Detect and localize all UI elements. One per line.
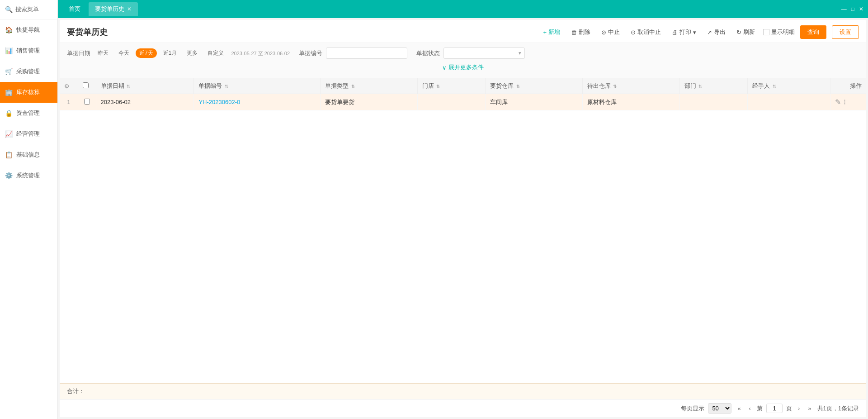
gear-icon: ⚙️ (5, 171, 13, 180)
sidebar: 🔍 搜索菜单 🏠 快捷导航 📊 销售管理 🛒 采购管理 🏢 库存核算 🔒 资金管… (0, 0, 58, 419)
table-row[interactable]: 1 2023-06-02 YH-20230602-0 要货单要货 车间库 原材料… (60, 94, 866, 110)
print-label: 打印 (679, 28, 691, 36)
per-page-label: 每页显示 (681, 405, 704, 413)
sidebar-item-basic-info[interactable]: 📋 基础信息 (0, 144, 57, 165)
warehouse-icon: 🏢 (5, 88, 13, 96)
sidebar-item-operations[interactable]: 📈 经营管理 (0, 124, 57, 144)
row-num: 1 (60, 94, 78, 110)
cell-store (417, 94, 485, 110)
sort-icon-store: ⇅ (436, 84, 440, 89)
doc-status-select[interactable] (443, 48, 525, 59)
display-detail-checkbox[interactable] (763, 29, 769, 35)
doc-status-filter-group: 单据状态 (416, 48, 525, 59)
sidebar-item-inventory[interactable]: 🏢 库存核算 (0, 82, 57, 103)
sidebar-item-quick-nav[interactable]: 🏠 快捷导航 (0, 19, 57, 40)
expand-label: 展开更多条件 (448, 63, 484, 71)
cell-action: ✎ ⁝ (830, 94, 866, 110)
row-checkbox-cell[interactable] (78, 94, 96, 110)
col-pending-warehouse[interactable]: 待出仓库 ⇅ (582, 78, 679, 94)
total-label: 合计： (67, 388, 85, 395)
col-department[interactable]: 部门 ⇅ (679, 78, 747, 94)
table-settings-icon[interactable]: ⚙ (64, 83, 70, 90)
col-doc-date[interactable]: 单据日期 ⇅ (96, 78, 194, 94)
col-settings[interactable]: ⚙ (60, 78, 78, 94)
col-doc-date-label: 单据日期 (101, 82, 124, 89)
expand-filter-button[interactable]: ∨ 展开更多条件 (439, 62, 487, 73)
expand-icon: ∨ (442, 64, 447, 71)
money-icon: 🔒 (5, 109, 13, 117)
row-edit-icon[interactable]: ✎ (835, 98, 841, 106)
row-checkbox[interactable] (84, 99, 90, 105)
date-filter-label: 单据日期 (67, 49, 90, 57)
page-suffix: 页 (786, 405, 792, 413)
date-btn-7days[interactable]: 近7天 (136, 48, 157, 58)
tab-close-icon[interactable]: ✕ (127, 6, 132, 12)
sidebar-item-finance[interactable]: 🔒 资金管理 (0, 103, 57, 124)
export-label: 导出 (714, 28, 726, 36)
sidebar-item-label: 经营管理 (16, 130, 40, 138)
prev-page-btn[interactable]: ‹ (747, 404, 753, 413)
query-button[interactable]: 查询 (800, 25, 826, 39)
cell-doc-number[interactable]: YH-20230602-0 (194, 94, 321, 110)
add-icon: + (543, 29, 547, 36)
page-number-input[interactable] (766, 404, 783, 413)
data-table: ⚙ 单据日期 ⇅ 单据编号 ⇅ (60, 78, 866, 110)
cancel-stop-button[interactable]: ⊙ 取消中止 (628, 26, 664, 38)
tab-home[interactable]: 首页 (62, 2, 87, 16)
total-info: 共1页，1条记录 (817, 405, 859, 413)
date-btn-more[interactable]: 更多 (183, 48, 201, 58)
col-doc-type[interactable]: 单据类型 ⇅ (321, 78, 418, 94)
per-page-select[interactable]: 50 10 20 100 (708, 403, 731, 414)
stop-button[interactable]: ⊘ 中止 (599, 26, 623, 38)
last-page-btn[interactable]: » (806, 404, 813, 413)
window-minimize-btn[interactable]: — (841, 6, 847, 12)
export-button[interactable]: ↗ 导出 (704, 26, 728, 38)
col-action: 操作 (830, 78, 866, 94)
content-area: 要货单历史 + 新增 🗑 删除 ⊘ 中止 ⊙ 取消中止 (60, 20, 866, 417)
sidebar-item-label: 快捷导航 (16, 26, 40, 34)
sidebar-item-label: 采购管理 (16, 67, 40, 76)
filter-row-1: 单据日期 昨天 今天 近7天 近1月 更多 自定义 2023-05-27 至 2… (67, 48, 859, 59)
cart-icon: 🛒 (5, 67, 13, 76)
add-label: 新增 (548, 28, 560, 36)
print-dropdown-icon: ▾ (693, 29, 696, 36)
print-icon: 🖨 (672, 29, 678, 36)
first-page-btn[interactable]: « (735, 404, 743, 413)
date-btn-custom[interactable]: 自定义 (204, 48, 227, 58)
sidebar-item-system[interactable]: ⚙️ 系统管理 (0, 165, 57, 186)
date-btn-today[interactable]: 今天 (115, 48, 133, 58)
window-close-btn[interactable]: ✕ (859, 6, 863, 12)
tab-requisition-history[interactable]: 要货单历史 ✕ (89, 2, 138, 16)
col-handler[interactable]: 经手人 ⇅ (747, 78, 830, 94)
table-body: 1 2023-06-02 YH-20230602-0 要货单要货 车间库 原材料… (60, 94, 866, 110)
window-maximize-btn[interactable]: □ (851, 6, 854, 12)
col-store-label: 门店 (422, 82, 434, 89)
table-area: ⚙ 单据日期 ⇅ 单据编号 ⇅ (60, 78, 866, 383)
col-store[interactable]: 门店 ⇅ (417, 78, 485, 94)
next-page-btn[interactable]: › (796, 404, 802, 413)
col-req-warehouse[interactable]: 要货仓库 ⇅ (486, 78, 583, 94)
display-detail-toggle[interactable]: 显示明细 (763, 28, 795, 36)
delete-button[interactable]: 🗑 删除 (568, 26, 593, 38)
date-btn-yesterday[interactable]: 昨天 (94, 48, 112, 58)
date-btn-1month[interactable]: 近1月 (160, 48, 181, 58)
add-button[interactable]: + 新增 (540, 26, 563, 38)
doc-number-link[interactable]: YH-20230602-0 (198, 99, 240, 105)
delete-icon: 🗑 (571, 29, 577, 36)
cell-handler (747, 94, 830, 110)
select-all-checkbox[interactable] (83, 82, 89, 88)
sidebar-item-label: 系统管理 (16, 171, 40, 180)
sidebar-item-purchase[interactable]: 🛒 采购管理 (0, 61, 57, 82)
doc-number-label: 单据编号 (299, 49, 322, 57)
sidebar-search[interactable]: 🔍 搜索菜单 (0, 0, 57, 19)
row-delete-icon[interactable]: ⁝ (844, 98, 846, 106)
settings-button[interactable]: 设置 (832, 25, 859, 39)
date-range-display: 2023-05-27 至 2023-06-02 (231, 50, 290, 57)
sidebar-item-sales[interactable]: 📊 销售管理 (0, 40, 57, 61)
col-doc-number[interactable]: 单据编号 ⇅ (194, 78, 321, 94)
sort-icon-handler: ⇅ (773, 84, 776, 89)
refresh-button[interactable]: ↻ 刷新 (734, 26, 758, 38)
print-button[interactable]: 🖨 打印 ▾ (669, 26, 699, 38)
col-department-label: 部门 (684, 82, 696, 89)
doc-number-input[interactable] (326, 48, 407, 59)
